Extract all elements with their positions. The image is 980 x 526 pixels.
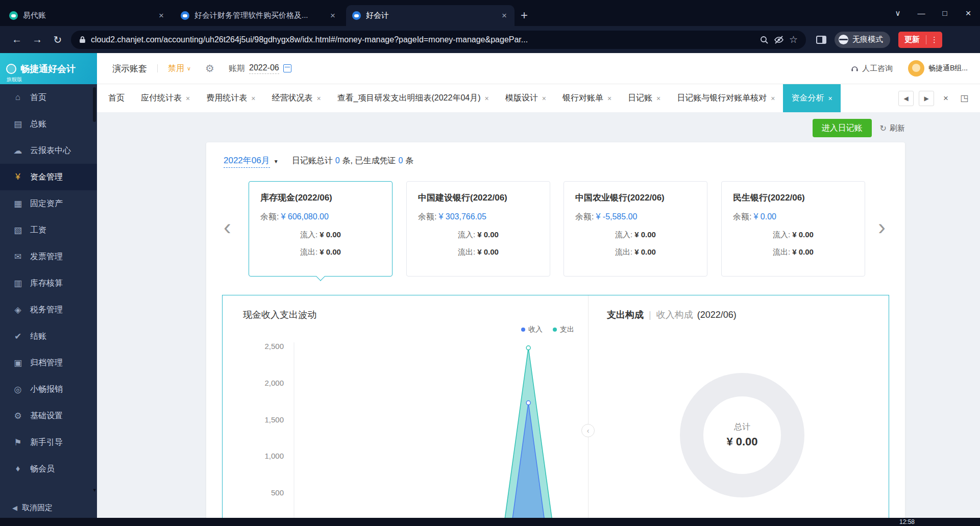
tab-fund-analysis[interactable]: 资金分析 × [783,84,840,112]
sidebar-item-label: 发票管理 [30,252,63,262]
tab-close-icon[interactable]: × [485,94,489,103]
sidebar-item-payroll[interactable]: ▧ 工资 [0,217,97,243]
headset-icon [850,65,859,72]
reload-button[interactable]: ↻ [47,34,68,46]
tab-template-design[interactable]: 模版设计 × [497,84,554,112]
back-button[interactable]: ← [7,34,27,45]
app-header: 演示账套 禁用 ∨ ⚙ 账期 2022-06 人工咨询 畅捷通B组... [97,53,980,84]
sidebar-item-inventory[interactable]: ▥ 库存核算 [0,270,97,296]
address-bar[interactable]: cloud2.chanjet.com/accounting/uh26t264j5… [71,31,806,49]
user-name[interactable]: 畅捷通B组... [928,64,968,73]
tab-close-icon[interactable]: × [542,94,546,103]
income-composition-tab[interactable]: 收入构成 [656,310,693,320]
tab-close-icon[interactable]: × [329,11,337,21]
side-panel-icon[interactable] [816,36,826,44]
user-avatar[interactable] [908,60,924,77]
tab-journal[interactable]: 日记账 × [620,84,669,112]
account-card-minsheng[interactable]: 民生银行(2022/06) 余额:¥ 0.00 流入:¥ 0.00 流出:¥ 0… [721,181,865,277]
sidebar-item-reimburse[interactable]: ◎ 小畅报销 [0,376,97,403]
scroll-tabs-right-button[interactable]: ▶ [919,91,934,106]
close-window-button[interactable]: × [957,8,980,19]
sidebar-item-general-ledger[interactable]: ▤ 总账 [0,111,97,137]
carousel-prev-icon[interactable]: ‹ [224,214,231,240]
sidebar-item-closing[interactable]: ✔ 结账 [0,323,97,349]
carousel-next-icon[interactable]: › [878,214,886,240]
tab-journal-bank-check[interactable]: 日记账与银行对账单核对 × [669,84,783,112]
tab-close-icon[interactable]: × [157,11,165,21]
unpin-sidebar-button[interactable]: ◀ 取消固定 [12,503,53,513]
expense-composition-tab[interactable]: 支出构成 [607,310,644,320]
sidebar-item-fixed-assets[interactable]: ▦ 固定资产 [0,190,97,217]
tab-home[interactable]: 首页 [97,84,133,112]
account-balance: 余额:¥ 606,080.00 [260,212,381,222]
chevron-down-icon: ∨ [187,65,191,72]
update-button[interactable]: 更新 ⋮ [898,32,942,48]
sidebar-item-home[interactable]: ⌂ 首页 [0,84,97,111]
browser-tab-yidaizhang[interactable]: 易代账 × [3,5,172,26]
period-value[interactable]: 2022-06 [249,63,279,74]
y-tick: 1,000 [238,452,284,460]
fund-icon: ¥ [12,172,23,182]
gear-icon[interactable]: ⚙ [205,62,214,74]
tab-bank-statement[interactable]: 银行对账单 × [554,84,620,112]
tab-project-rd-detail[interactable]: 查看_项目研发支出明细表(2022年04月) × [329,84,497,112]
refresh-button[interactable]: ↻ 刷新 [880,123,905,133]
new-tab-button[interactable]: + [521,9,528,21]
tab-close-icon[interactable]: × [828,94,832,103]
maximize-button[interactable]: □ [933,9,957,17]
unpin-icon: ◀ [12,504,17,512]
tab-close-icon[interactable]: × [656,94,660,103]
tab-label: 经营状况表 [272,93,312,104]
account-card-abc[interactable]: 中国农业银行(2022/06) 余额:¥ -5,585.00 流入:¥ 0.00… [564,181,707,277]
disabled-status-badge[interactable]: 禁用 ∨ [168,63,191,74]
incognito-badge[interactable]: 无痕模式 [835,32,890,48]
bookmark-star-icon[interactable]: ☆ [789,34,798,45]
legend-income[interactable]: 收入 [521,325,543,334]
tab-close-icon[interactable]: × [607,94,611,103]
logo-icon [6,64,16,74]
account-card-ccb[interactable]: 中国建设银行(2022/06) 余额:¥ 303,766.05 流入:¥ 0.0… [406,181,550,277]
sidebar-item-archive[interactable]: ▣ 归档管理 [0,349,97,376]
tab-close-icon[interactable]: × [500,11,508,21]
tab-list-chevron-icon[interactable]: ∨ [886,9,910,18]
enter-journal-button[interactable]: 进入日记账 [813,119,872,137]
account-set-name[interactable]: 演示账套 [112,63,147,74]
tab-expense-report[interactable]: 费用统计表 × [198,84,263,112]
url-text[interactable]: cloud2.chanjet.com/accounting/uh26t264j5… [91,35,754,44]
tab-close-icon[interactable]: × [316,94,321,103]
forward-button[interactable]: → [27,34,47,45]
calendar-icon[interactable] [283,64,291,72]
sidebar-item-fund-management[interactable]: ¥ 资金管理 [0,164,97,190]
sidebar-item-membership[interactable]: ♦ 畅会员 [0,456,97,482]
search-icon[interactable] [760,35,769,44]
tab-close-icon[interactable]: × [251,94,255,103]
sidebar-item-tax[interactable]: ◈ 税务管理 [0,296,97,323]
support-button[interactable]: 人工咨询 [850,64,893,73]
browser-tab-haokuaiji[interactable]: 好会计 × [346,5,514,26]
browser-tab-title: 好会计财务管理软件购买价格及... [194,11,324,20]
sidebar-scroll-down-icon[interactable]: ▾ [93,487,96,493]
collapse-handle-icon[interactable]: ‹ [581,424,595,437]
minimize-button[interactable]: — [910,9,933,17]
guide-icon: ⚑ [12,437,23,448]
sidebar-item-settings[interactable]: ⚙ 基础设置 [0,403,97,429]
account-inflow: 流入:¥ 0.00 [733,230,853,240]
tab-close-icon[interactable]: × [186,94,190,103]
browser-tab-pricing[interactable]: 好会计财务管理软件购买价格及... × [175,5,343,26]
sidebar-item-invoice[interactable]: ✉ 发票管理 [0,243,97,270]
scroll-tabs-left-button[interactable]: ◀ [898,91,914,106]
sidebar-item-guide[interactable]: ⚑ 新手引导 [0,429,97,456]
month-selector[interactable]: 2022年06月 ▼ [224,155,279,168]
fullscreen-icon[interactable]: ◳ [958,93,971,104]
sidebar-item-label: 归档管理 [30,358,63,368]
account-card-cash[interactable]: 库存现金(2022/06) 余额:¥ 606,080.00 流入:¥ 0.00 … [249,181,393,277]
more-options-icon[interactable]: ⋮ [926,35,942,44]
sidebar-scrollbar-thumb[interactable] [93,87,96,122]
legend-expense[interactable]: 支出 [553,325,574,334]
eye-off-icon[interactable] [774,35,784,44]
close-all-tabs-button[interactable]: × [939,93,952,104]
tab-payable-report[interactable]: 应付统计表 × [133,84,198,112]
sidebar-item-cloud-reports[interactable]: ☁ 云报表中心 [0,137,97,164]
tab-close-icon[interactable]: × [771,94,775,103]
tab-operating-status[interactable]: 经营状况表 × [263,84,329,112]
